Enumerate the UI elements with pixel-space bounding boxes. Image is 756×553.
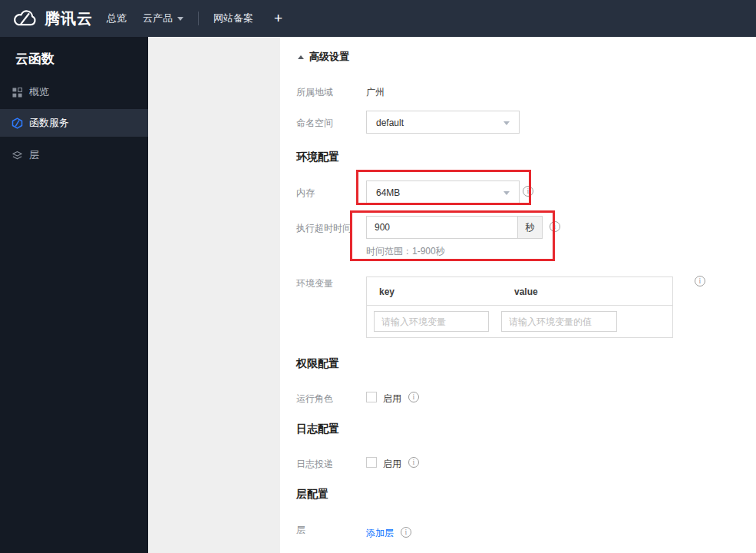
memory-selected-value: 64MB	[376, 187, 400, 198]
collapse-arrow-icon	[298, 55, 304, 59]
log-delivery-enable-checkbox[interactable]	[366, 457, 377, 468]
tencent-cloud-console: 腾讯云 总览 云产品 网站备案 + 云函数 概览	[0, 0, 756, 553]
topnav-overview[interactable]: 总览	[107, 0, 127, 37]
memory-label: 内存	[296, 187, 315, 200]
advanced-settings-label: 高级设置	[309, 50, 349, 64]
envvar-key-input[interactable]	[374, 311, 489, 332]
timeout-input[interactable]	[366, 216, 518, 239]
namespace-select[interactable]: default	[366, 111, 520, 134]
envvar-value-input[interactable]	[501, 311, 617, 332]
sidebar-item-layers[interactable]: 层	[0, 141, 148, 169]
log-delivery-info-icon[interactable]	[408, 457, 419, 468]
sidebar-title: 云函数	[15, 50, 54, 68]
brand[interactable]: 腾讯云	[12, 0, 93, 37]
sidebar-item-label: 函数服务	[29, 116, 69, 130]
sidebar-item-function-service[interactable]: 函数服务	[0, 109, 148, 137]
topnav-beian[interactable]: 网站备案	[213, 0, 253, 37]
function-config-form: 高级设置 所属地域 广州 命名空间 default 环境配置 内存 64MB 执…	[280, 37, 756, 553]
chevron-down-icon	[177, 17, 183, 21]
timeout-info-icon[interactable]	[550, 221, 560, 232]
memory-select[interactable]: 64MB	[366, 180, 520, 204]
scf-hexagon-icon	[12, 118, 23, 129]
run-role-enable-checkbox[interactable]	[366, 392, 377, 402]
envvars-input-row	[367, 306, 672, 337]
log-delivery-label: 日志投递	[296, 458, 333, 471]
chevron-down-icon	[503, 121, 510, 125]
sidebar-item-overview[interactable]: 概览	[0, 80, 148, 104]
topbar: 腾讯云 总览 云产品 网站备案 +	[0, 0, 756, 37]
topnav-products[interactable]: 云产品	[143, 0, 183, 37]
collapsed-panel	[148, 37, 280, 553]
section-permission-config: 权限配置	[296, 357, 339, 371]
grid-icon	[12, 87, 23, 98]
memory-info-icon[interactable]	[523, 186, 533, 197]
envvars-label: 环境变量	[296, 277, 333, 290]
envvars-info-icon[interactable]	[695, 276, 705, 286]
run-role-info-icon[interactable]	[408, 392, 419, 402]
sidebar: 云函数 概览 函数服务	[0, 37, 148, 553]
layer-label: 层	[296, 524, 305, 537]
region-label: 所属地域	[296, 86, 333, 99]
add-layer-link[interactable]: 添加层	[366, 527, 394, 540]
layers-icon	[12, 150, 23, 161]
envvars-key-header: key	[379, 286, 395, 297]
run-role-label: 运行角色	[296, 392, 333, 406]
envvars-header-row: key value	[367, 277, 672, 306]
envvars-value-header: value	[514, 286, 538, 297]
region-value: 广州	[366, 86, 385, 99]
brand-name: 腾讯云	[45, 8, 93, 29]
topnav-divider	[198, 12, 199, 25]
timeout-label: 执行超时时间	[296, 222, 352, 235]
section-layer-config: 层配置	[296, 488, 328, 502]
section-environment-config: 环境配置	[296, 151, 339, 164]
timeout-range-hint: 时间范围：1-900秒	[366, 245, 445, 258]
add-tab-button[interactable]: +	[274, 0, 282, 37]
sidebar-item-label: 概览	[29, 85, 49, 99]
sidebar-item-label: 层	[29, 148, 39, 162]
namespace-label: 命名空间	[296, 117, 333, 130]
log-delivery-enable-label: 启用	[383, 458, 401, 471]
envvars-table: key value	[366, 276, 673, 338]
timeout-unit-addon: 秒	[517, 216, 543, 239]
tencent-cloud-logo-icon	[12, 8, 38, 28]
run-role-enable-label: 启用	[383, 392, 401, 406]
topnav-products-label: 云产品	[143, 12, 173, 25]
namespace-selected-value: default	[376, 118, 404, 128]
section-log-config: 日志配置	[296, 422, 339, 436]
advanced-settings-toggle[interactable]: 高级设置	[298, 50, 349, 64]
add-layer-info-icon[interactable]	[401, 527, 411, 538]
timeout-input-group: 秒	[366, 216, 543, 239]
chevron-down-icon	[503, 191, 510, 195]
